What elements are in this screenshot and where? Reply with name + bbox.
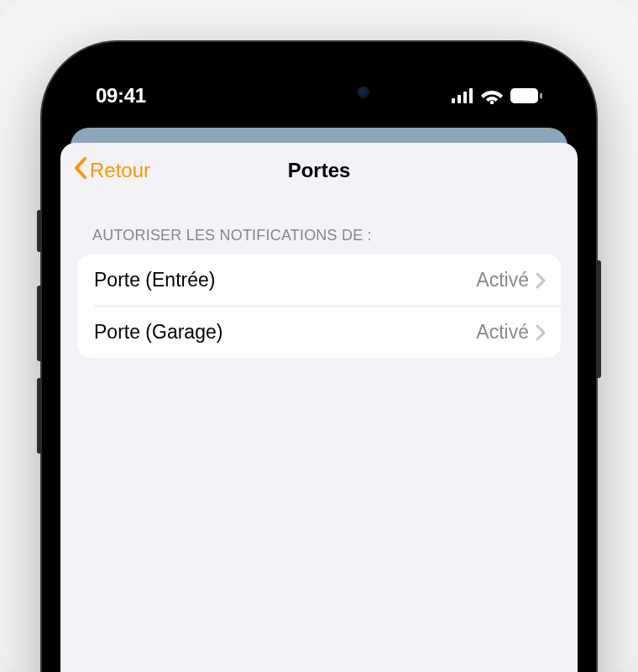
page-title: Portes <box>288 159 351 182</box>
wifi-icon <box>481 88 503 104</box>
phone-power-button <box>596 260 601 378</box>
notifications-section: AUTORISER LES NOTIFICATIONS DE : Porte (… <box>60 227 578 358</box>
row-trailing: Activé <box>476 321 546 344</box>
svg-point-4 <box>490 100 494 103</box>
status-time: 09:41 <box>96 84 146 108</box>
cellular-icon <box>452 88 473 103</box>
svg-rect-1 <box>458 95 461 103</box>
back-button[interactable]: Retour <box>72 156 150 185</box>
door-status: Activé <box>476 269 529 291</box>
door-status: Activé <box>476 321 529 344</box>
battery-icon <box>510 88 542 103</box>
svg-rect-3 <box>469 88 473 103</box>
section-header: AUTORISER LES NOTIFICATIONS DE : <box>77 227 561 255</box>
door-label: Porte (Entrée) <box>94 269 215 291</box>
chevron-right-icon <box>536 324 546 341</box>
settings-sheet: Retour Portes AUTORISER LES NOTIFICATION… <box>60 143 578 672</box>
row-trailing: Activé <box>476 269 546 291</box>
door-row-entree[interactable]: Porte (Entrée) Activé <box>77 255 561 306</box>
door-label: Porte (Garage) <box>94 321 222 344</box>
back-label: Retour <box>90 159 150 182</box>
nav-header: Retour Portes <box>60 143 578 198</box>
status-indicators <box>452 88 542 104</box>
doors-list: Porte (Entrée) Activé Porte (Garage) <box>77 255 561 358</box>
svg-rect-0 <box>452 98 455 103</box>
svg-rect-6 <box>540 93 542 99</box>
chevron-right-icon <box>536 272 546 289</box>
phone-frame: 09:41 <box>42 42 596 672</box>
svg-rect-5 <box>510 88 538 103</box>
svg-rect-2 <box>463 92 467 103</box>
dynamic-island <box>243 72 395 113</box>
phone-screen: 09:41 <box>54 54 584 672</box>
chevron-left-icon <box>72 156 87 185</box>
door-row-garage[interactable]: Porte (Garage) Activé <box>94 306 561 358</box>
